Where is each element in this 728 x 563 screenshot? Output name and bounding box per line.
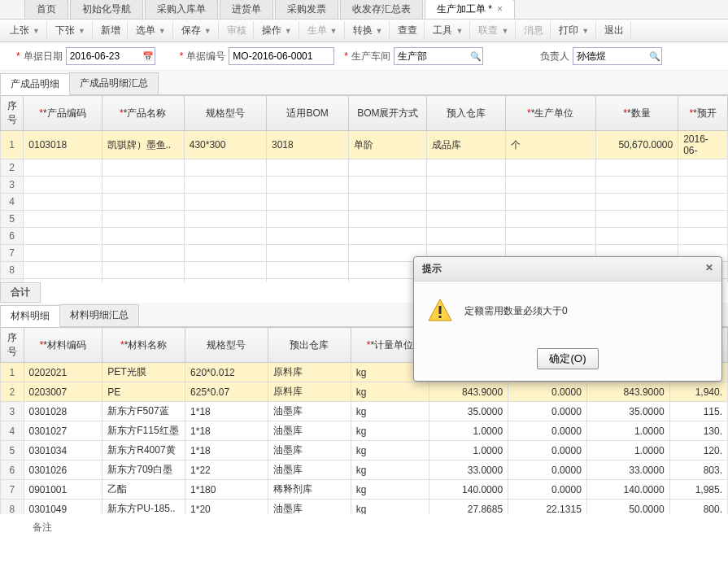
product-grid: 序号 **产品编码 **产品名称 规格型号 适用BOM BOM展开方式 预入仓库… [0,95,728,282]
dialog-title: 提示 [422,262,442,276]
close-icon[interactable]: × [497,3,503,15]
date-label: 单据日期 [24,50,63,63]
chevron-down-icon: ▼ [33,27,40,35]
col-seq[interactable]: 序号 [1,96,24,131]
col-material-name[interactable]: **材料名称 [102,328,185,363]
workshop-label: 生产车间 [351,50,390,63]
chevron-down-icon: ▼ [501,27,508,35]
material-row[interactable]: 20203007PE625*0.07原料库kg843.90000.0000843… [1,382,728,402]
chevron-down-icon: ▼ [159,27,166,35]
col-product-code[interactable]: **产品编码 [24,96,102,131]
material-row[interactable]: 60301026新东方709白墨1*22油墨库kg33.00000.000033… [1,460,728,480]
col-in-warehouse[interactable]: 预入仓库 [427,96,505,131]
close-icon[interactable]: ✕ [705,262,713,276]
print-button[interactable]: 打印▼ [552,21,596,40]
tab-home[interactable]: 首页 [24,0,68,19]
product-row[interactable]: 10103018凯骐牌）墨鱼..430*3003018单阶成品库个50,670.… [1,131,728,159]
material-row[interactable]: 70901001乙酯1*180稀释剂库kg140.00000.0000140.0… [1,480,728,500]
new-button[interactable]: 新增 [94,21,128,40]
col-qty[interactable]: **数量 [595,96,678,131]
empty-row[interactable]: 5 [1,211,728,228]
col-spec[interactable]: 规格型号 [184,96,266,131]
material-row[interactable]: 80301049新东方PU-185..1*20油墨库kg27.868522.13… [1,500,728,515]
tab-product-detail[interactable]: 产成品明细 [0,73,70,95]
chevron-down-icon: ▼ [285,27,292,35]
audit-button[interactable]: 审核 [220,21,254,40]
tab-init[interactable]: 初始化导航 [70,0,143,19]
col-seq[interactable]: 序号 [1,328,24,363]
svg-rect-1 [439,306,442,314]
svg-rect-2 [439,316,442,318]
operate-button[interactable]: 操作▼ [255,21,299,40]
empty-row[interactable]: 6 [1,228,728,245]
next-button[interactable]: 下张▼ [49,21,93,40]
tab-summary[interactable]: 收发存汇总表 [340,0,423,19]
dialog-message: 定额需用数量必须大于0 [464,304,568,318]
toolbar: 上张▼ 下张▼ 新增 选单▼ 保存▼ 审核 操作▼ 生单▼ 转换▼ 查查 工具▼… [0,20,728,42]
material-row[interactable]: 30301028新东方F507蓝1*18油墨库kg35.00000.000035… [1,402,728,421]
material-row[interactable]: 50301034新东方R4007黄1*18油墨库kg1.00000.00001.… [1,441,728,460]
empty-row[interactable]: 2 [1,159,728,177]
tab-material-summary[interactable]: 材料明细汇总 [59,304,139,326]
col-out-warehouse[interactable]: 预出仓库 [268,328,351,363]
search-icon[interactable]: 🔍 [470,51,482,62]
tab-product-summary[interactable]: 产成品明细汇总 [69,72,159,94]
tools-button[interactable]: 工具▼ [426,21,470,40]
tab-material-detail[interactable]: 材料明细 [0,305,60,327]
link-button[interactable]: 联查▼ [472,21,516,40]
header-form: *单据日期 📅 *单据编号 *生产车间 🔍 负责人 🔍 [0,42,728,71]
chevron-down-icon: ▼ [582,27,589,35]
generate-button[interactable]: 生单▼ [301,21,345,40]
chevron-down-icon: ▼ [456,27,463,35]
empty-row[interactable]: 4 [1,194,728,211]
document-tabs: 首页 初始化导航 采购入库单 进货单 采购发票 收发存汇总表 生产加工单 *× [0,0,728,20]
col-material-code[interactable]: **材料编码 [24,328,102,363]
chevron-down-icon: ▼ [376,27,383,35]
col-date[interactable]: **预开 [678,96,728,131]
tab-goods-in[interactable]: 进货单 [220,0,273,19]
col-bom[interactable]: 适用BOM [266,96,348,131]
col-unit[interactable]: **生产单位 [505,96,595,131]
ok-button[interactable]: 确定(O) [537,348,598,369]
chevron-down-icon: ▼ [330,27,338,35]
product-subtabs: 产成品明细 产成品明细汇总 [0,71,728,95]
owner-label: 负责人 [540,50,569,63]
prev-button[interactable]: 上张▼ [3,21,47,40]
tab-purchase-in[interactable]: 采购入库单 [145,0,218,19]
save-button[interactable]: 保存▼ [175,21,219,40]
col-bom-expand[interactable]: BOM展开方式 [349,96,427,131]
select-button[interactable]: 选单▼ [129,21,173,40]
calendar-icon[interactable]: 📅 [142,51,154,62]
doc-no-input[interactable] [229,47,334,65]
material-row[interactable]: 40301027新东方F115红墨1*18油墨库kg1.00000.00001.… [1,421,728,441]
message-button[interactable]: 消息 [517,21,551,40]
chevron-down-icon: ▼ [78,27,85,35]
footer-note: 备注 [0,514,728,541]
col-product-name[interactable]: **产品名称 [102,96,184,131]
tab-production-order[interactable]: 生产加工单 *× [425,0,515,19]
search-icon[interactable]: 🔍 [649,51,660,62]
tab-purchase-invoice[interactable]: 采购发票 [275,0,338,19]
total-label: 合计 [0,282,41,303]
col-spec[interactable]: 规格型号 [185,328,268,363]
doc-no-label: 单据编号 [186,50,225,63]
warning-icon [427,298,453,324]
alert-dialog: 提示 ✕ 定额需用数量必须大于0 确定(O) [413,256,722,382]
chevron-down-icon: ▼ [204,27,211,35]
exit-button[interactable]: 退出 [598,21,631,40]
convert-button[interactable]: 转换▼ [347,21,390,40]
query-button[interactable]: 查查 [391,21,425,40]
empty-row[interactable]: 3 [1,177,728,194]
